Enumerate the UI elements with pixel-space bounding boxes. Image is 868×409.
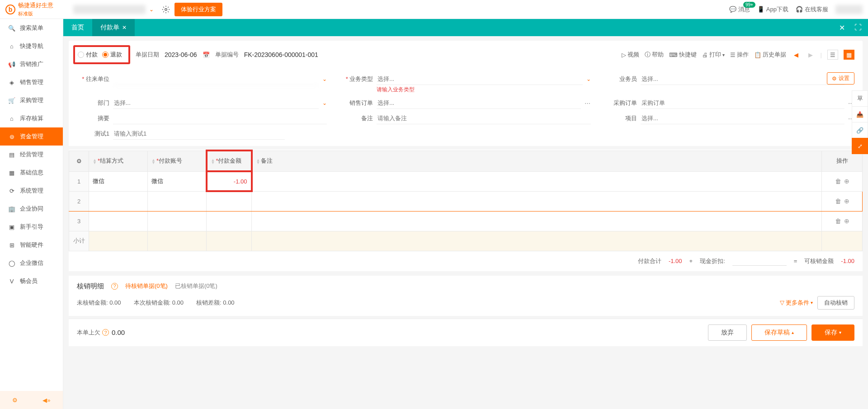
sidebar-item-bars[interactable]: ▤经营管理 bbox=[0, 146, 63, 164]
biz-type-input[interactable] bbox=[377, 73, 582, 85]
float-attach-icon[interactable]: 🔗 bbox=[852, 122, 868, 138]
auto-verify-button[interactable]: 自动核销 bbox=[817, 296, 854, 310]
save-button[interactable]: 保存▾ bbox=[811, 324, 854, 341]
shortcut-link[interactable]: ⌨快捷键 bbox=[669, 51, 697, 59]
calendar-icon[interactable]: 📅 bbox=[203, 52, 210, 58]
view-list-icon[interactable]: ☰ bbox=[827, 50, 838, 60]
col-account[interactable]: ▲▼*付款账号 bbox=[148, 150, 207, 171]
tab-bar-close-icon[interactable]: ✕ bbox=[835, 20, 849, 35]
company-dropdown-icon[interactable]: ⌄ bbox=[149, 6, 154, 13]
discount-input[interactable] bbox=[732, 257, 787, 266]
vendor-input[interactable] bbox=[113, 73, 319, 85]
sidebar-item-hardware[interactable]: ⊞智能硬件 bbox=[0, 236, 63, 254]
summary-bar: 付款合计 -1.00 + 现金折扣: = 可核销金额 -1.00 bbox=[69, 251, 863, 271]
fullscreen-icon[interactable]: ⛶ bbox=[851, 20, 865, 35]
help-link[interactable]: ⓘ帮助 bbox=[645, 51, 664, 59]
chevron-down-icon[interactable]: ⌄ bbox=[322, 100, 327, 106]
sidebar-item-sale[interactable]: ◈销售管理 bbox=[0, 73, 63, 91]
more-conditions-link[interactable]: ▽更多条件▾ bbox=[780, 299, 813, 307]
float-inbox-icon[interactable]: 📥 bbox=[852, 106, 868, 122]
logo: b 畅捷通好生意 标准版 bbox=[5, 1, 69, 17]
sidebar-item-system[interactable]: ⟳系统管理 bbox=[0, 182, 63, 200]
doc-date-value[interactable]: 2023-06-06 bbox=[165, 51, 197, 58]
table-gear-header[interactable]: ⚙ bbox=[69, 150, 89, 171]
sidebar-item-guide[interactable]: ▣新手引导 bbox=[0, 218, 63, 236]
question-icon: ⓘ bbox=[645, 51, 651, 59]
add-row-icon[interactable]: ⊕ bbox=[844, 197, 849, 205]
float-expand-icon[interactable]: ⤢ bbox=[852, 138, 868, 154]
add-row-icon[interactable]: ⊕ bbox=[844, 178, 849, 185]
cell-remark[interactable] bbox=[252, 171, 822, 191]
footer-gear-icon[interactable]: ⚙ bbox=[12, 397, 18, 404]
message-icon: 💬 bbox=[729, 6, 736, 13]
operate-link[interactable]: ☰操作 bbox=[730, 51, 749, 59]
sales-order-input[interactable] bbox=[377, 97, 580, 109]
radio-refund[interactable]: 退款 bbox=[102, 51, 122, 59]
dept-input[interactable] bbox=[113, 97, 319, 109]
sidebar-item-member[interactable]: V畅会员 bbox=[0, 272, 63, 290]
project-input[interactable] bbox=[641, 113, 844, 124]
doc-date-label: 单据日期 bbox=[136, 51, 159, 59]
col-method[interactable]: ▲▼*结算方式 bbox=[89, 150, 148, 171]
col-remark[interactable]: ▲▼备注 bbox=[252, 150, 822, 171]
delete-row-icon[interactable]: 🗑 bbox=[835, 197, 841, 205]
radio-payment[interactable]: 付款 bbox=[78, 51, 98, 59]
online-service-link[interactable]: 🎧 在线客服 bbox=[796, 5, 828, 14]
page-tabs: 首页 付款单 ✕ ✕ ⛶ bbox=[63, 19, 868, 36]
app-download-link[interactable]: 📱 App下载 bbox=[757, 5, 788, 14]
history-icon: 📋 bbox=[754, 52, 761, 58]
float-draft-icon[interactable]: 草 bbox=[852, 90, 868, 107]
cell-amount[interactable]: -1.00 bbox=[207, 171, 252, 191]
info-icon[interactable]: ? bbox=[111, 283, 118, 290]
sidebar-item-cart[interactable]: 🛒采购管理 bbox=[0, 91, 63, 109]
abandon-button[interactable]: 放弃 bbox=[708, 324, 747, 341]
cell-method[interactable]: 微信 bbox=[89, 171, 148, 191]
print-link[interactable]: 🖨打印▾ bbox=[702, 51, 725, 59]
more-icon[interactable]: ⋯ bbox=[585, 100, 591, 107]
purchase-order-input[interactable] bbox=[641, 97, 844, 109]
add-row-icon[interactable]: ⊕ bbox=[844, 217, 849, 225]
sidebar-item-grid[interactable]: ▦基础信息 bbox=[0, 164, 63, 182]
user-avatar-blurred[interactable] bbox=[835, 5, 863, 14]
verify-tab-pending[interactable]: 待核销单据(0笔) bbox=[125, 282, 168, 290]
settings-icon[interactable] bbox=[162, 5, 170, 14]
tab-home[interactable]: 首页 bbox=[63, 19, 92, 36]
prev-doc-icon[interactable]: ◀ bbox=[792, 50, 801, 59]
tab-payment[interactable]: 付款单 ✕ bbox=[92, 19, 135, 36]
sidebar-item-warehouse[interactable]: ⌂库存核算 bbox=[0, 109, 63, 127]
messages-link[interactable]: 💬 消息 99+ bbox=[729, 5, 750, 14]
save-draft-button[interactable]: 保存草稿▴ bbox=[751, 324, 807, 341]
footer-collapse-icon[interactable]: ◀» bbox=[42, 397, 50, 404]
tab-close-icon[interactable]: ✕ bbox=[122, 24, 127, 31]
vendor-label: 往来单位 bbox=[77, 75, 109, 83]
video-link[interactable]: ▷视频 bbox=[622, 51, 639, 59]
test1-input[interactable] bbox=[113, 128, 285, 140]
industry-plan-button[interactable]: 体验行业方案 bbox=[175, 3, 222, 16]
verify-tab-done[interactable]: 已核销单据(0笔) bbox=[175, 282, 217, 290]
view-card-icon[interactable]: ▦ bbox=[844, 50, 854, 60]
table-row[interactable]: 3 🗑⊕ bbox=[69, 211, 863, 231]
table-row[interactable]: 2 🗑⊕ bbox=[69, 191, 863, 211]
info-icon[interactable]: ? bbox=[102, 329, 109, 336]
remark-input[interactable] bbox=[377, 113, 590, 124]
phone-icon: 📱 bbox=[757, 6, 764, 13]
table-row[interactable]: 1 微信 微信 -1.00 🗑⊕ bbox=[69, 171, 863, 191]
clerk-input[interactable] bbox=[641, 73, 844, 85]
cell-account[interactable]: 微信 bbox=[148, 171, 207, 191]
delete-row-icon[interactable]: 🗑 bbox=[835, 178, 841, 185]
sidebar-item-search[interactable]: 🔍搜索菜单 bbox=[0, 19, 63, 37]
chevron-down-icon[interactable]: ⌄ bbox=[586, 76, 591, 82]
sidebar-item-megaphone[interactable]: 📢营销推广 bbox=[0, 55, 63, 73]
delete-row-icon[interactable]: 🗑 bbox=[835, 217, 841, 225]
menu-icon: ☰ bbox=[730, 52, 736, 58]
form-settings-button[interactable]: ⚙设置 bbox=[827, 72, 854, 85]
sidebar-item-home[interactable]: ⌂快捷导航 bbox=[0, 37, 63, 55]
history-link[interactable]: 📋历史单据 bbox=[754, 51, 786, 59]
sidebar-item-money[interactable]: ⊚资金管理 bbox=[0, 127, 63, 146]
next-doc-icon[interactable]: ▶ bbox=[806, 50, 815, 59]
chevron-down-icon[interactable]: ⌄ bbox=[322, 76, 327, 82]
sidebar-item-wechat[interactable]: ◯企业微信 bbox=[0, 254, 63, 272]
sidebar-item-enterprise[interactable]: 🏢企业协同 bbox=[0, 200, 63, 218]
summary-input[interactable] bbox=[113, 113, 327, 124]
col-amount[interactable]: ▲▼*付款金额 bbox=[207, 150, 252, 171]
